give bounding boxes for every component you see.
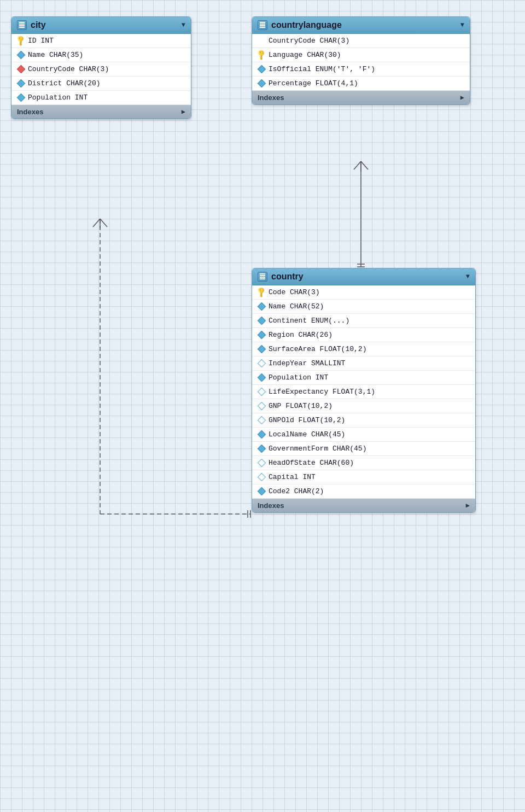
country-table-title: country — [271, 272, 304, 282]
table-row: Name CHAR(35) — [11, 48, 191, 62]
diamond-outline-icon — [258, 360, 265, 367]
diamond-blue-icon — [258, 80, 265, 87]
city-table: city ▼ 🔑 ID INT Name CHAR(35) CountryCod… — [11, 16, 191, 119]
diamond-blue-icon — [17, 94, 25, 102]
country-table-header[interactable]: country ▼ — [252, 268, 475, 285]
field-text: CountryCode CHAR(3) — [269, 37, 349, 45]
field-text: Name CHAR(52) — [269, 302, 324, 311]
city-table-header[interactable]: city ▼ — [11, 17, 191, 34]
field-text: Code CHAR(3) — [269, 288, 320, 296]
diamond-blue-icon — [258, 488, 265, 495]
field-text: Region CHAR(26) — [269, 331, 332, 339]
table-row: Region CHAR(26) — [252, 328, 475, 342]
countrylanguage-indexes-row[interactable]: Indexes ▶ — [252, 91, 470, 104]
key-icon: 🔑 — [258, 51, 265, 59]
diamond-outline-icon — [258, 474, 265, 481]
city-table-body: 🔑 ID INT Name CHAR(35) CountryCode CHAR(… — [11, 34, 191, 105]
country-table-icon — [258, 272, 267, 282]
country-indexes-row[interactable]: Indexes ▶ — [252, 499, 475, 512]
diamond-blue-icon — [17, 51, 25, 59]
diamond-blue-icon — [258, 66, 265, 73]
table-row: Capital INT — [252, 470, 475, 484]
diamond-blue-icon — [17, 80, 25, 87]
svg-line-2 — [93, 219, 100, 227]
field-text: HeadOfState CHAR(60) — [269, 459, 354, 467]
diamond-red-icon — [17, 66, 25, 73]
field-text: GNPOld FLOAT(10,2) — [269, 416, 345, 424]
diamond-blue-icon — [258, 431, 265, 439]
table-row: HeadOfState CHAR(60) — [252, 456, 475, 470]
countrylanguage-indexes-label: Indexes — [258, 94, 284, 102]
table-row: 🔑 Code CHAR(3) — [252, 285, 475, 300]
country-dropdown-arrow[interactable]: ▼ — [466, 273, 470, 281]
table-row: Population INT — [252, 371, 475, 385]
countrylanguage-table-icon — [258, 20, 267, 30]
table-row: CountryCode CHAR(3) — [11, 62, 191, 77]
field-text: IsOfficial ENUM('T', 'F') — [269, 65, 375, 73]
svg-line-8 — [354, 161, 361, 170]
field-text: GNP FLOAT(10,2) — [269, 402, 332, 410]
field-text: IndepYear SMALLINT — [269, 359, 345, 367]
field-text: Percentage FLOAT(4,1) — [269, 79, 358, 87]
countrylanguage-dropdown-arrow[interactable]: ▼ — [460, 21, 464, 29]
table-row: 🔑 ID INT — [11, 34, 191, 48]
diamond-blue-icon — [258, 445, 265, 453]
field-text: Code2 CHAR(2) — [269, 487, 324, 495]
table-row: IsOfficial ENUM('T', 'F') — [252, 62, 470, 77]
svg-line-3 — [100, 219, 107, 227]
field-text: Population INT — [269, 373, 328, 382]
table-row: Percentage FLOAT(4,1) — [252, 77, 470, 91]
field-text: Language CHAR(30) — [269, 51, 341, 59]
diamond-outline-icon — [258, 402, 265, 410]
city-dropdown-arrow[interactable]: ▼ — [182, 21, 185, 29]
diamond-blue-icon — [258, 374, 265, 382]
diamond-outline-icon — [258, 459, 265, 467]
table-row: Continent ENUM(...) — [252, 314, 475, 328]
table-row: CountryCode CHAR(3) — [252, 34, 470, 48]
table-row: LifeExpectancy FLOAT(3,1) — [252, 385, 475, 399]
countrylanguage-table-body: CountryCode CHAR(3) 🔑 Language CHAR(30) … — [252, 34, 470, 91]
key-icon: 🔑 — [258, 289, 265, 296]
key-icon: 🔑 — [17, 37, 25, 45]
diamond-outline-icon — [258, 417, 265, 424]
countrylanguage-table-title: countrylanguage — [271, 20, 342, 30]
field-text: Name CHAR(35) — [28, 51, 83, 59]
field-text: Capital INT — [269, 473, 316, 481]
table-row: GNPOld FLOAT(10,2) — [252, 413, 475, 428]
city-indexes-row[interactable]: Indexes ▶ — [11, 105, 191, 119]
table-row: District CHAR(20) — [11, 77, 191, 91]
field-text: LifeExpectancy FLOAT(3,1) — [269, 388, 375, 396]
field-text: Continent ENUM(...) — [269, 317, 349, 325]
field-text: GovernmentForm CHAR(45) — [269, 445, 366, 453]
diamond-blue-icon — [258, 346, 265, 353]
table-row: Code2 CHAR(2) — [252, 484, 475, 499]
table-row: GovernmentForm CHAR(45) — [252, 442, 475, 456]
table-row: Population INT — [11, 91, 191, 105]
field-text: LocalName CHAR(45) — [269, 430, 345, 439]
city-indexes-label: Indexes — [17, 108, 43, 116]
table-row: SurfaceArea FLOAT(10,2) — [252, 342, 475, 357]
diamond-outline-icon — [258, 388, 265, 396]
city-table-title: city — [31, 20, 46, 30]
table-row: Name CHAR(52) — [252, 300, 475, 314]
table-row: IndepYear SMALLINT — [252, 357, 475, 371]
field-text: District CHAR(20) — [28, 79, 101, 87]
city-table-icon — [17, 20, 27, 30]
field-text: ID INT — [28, 37, 54, 45]
countrylanguage-table-header[interactable]: countrylanguage ▼ — [252, 17, 470, 34]
table-row: 🔑 Language CHAR(30) — [252, 48, 470, 62]
diamond-blue-icon — [258, 317, 265, 325]
diamond-blue-icon — [258, 303, 265, 311]
table-row: LocalName CHAR(45) — [252, 428, 475, 442]
country-table-body: 🔑 Code CHAR(3) Name CHAR(52) Continent E… — [252, 285, 475, 499]
country-table: country ▼ 🔑 Code CHAR(3) Name CHAR(52) C… — [252, 268, 476, 513]
country-indexes-arrow[interactable]: ▶ — [466, 501, 470, 510]
countrylanguage-table: countrylanguage ▼ CountryCode CHAR(3) 🔑 … — [252, 16, 470, 105]
svg-line-9 — [361, 161, 368, 170]
city-indexes-arrow[interactable]: ▶ — [182, 108, 185, 116]
country-indexes-label: Indexes — [258, 501, 284, 510]
field-text: Population INT — [28, 94, 88, 102]
countrylanguage-indexes-arrow[interactable]: ▶ — [460, 94, 464, 102]
no-icon — [258, 37, 265, 45]
diamond-blue-icon — [258, 331, 265, 339]
